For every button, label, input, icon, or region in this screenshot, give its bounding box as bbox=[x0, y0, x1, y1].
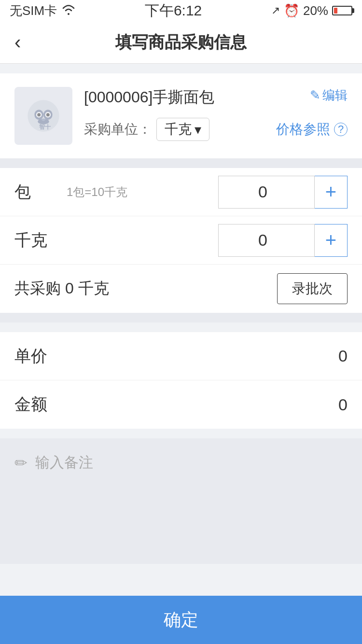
purchase-unit-label: 采购单位： bbox=[84, 120, 152, 139]
kg-plus-button[interactable]: + bbox=[315, 224, 348, 257]
price-ref-button[interactable]: 价格参照 ? bbox=[276, 120, 348, 139]
product-info: [0000006]手撕面包 采购单位： 千克 ▾ 价格参照 ? bbox=[84, 87, 348, 141]
carrier-text: 无SIM卡 bbox=[10, 2, 57, 19]
remark-section: ✏ 输入备注 bbox=[0, 438, 362, 564]
bag-input-row: 包 1包=10千克 + bbox=[0, 168, 362, 216]
purchase-unit: 采购单位： 千克 ▾ bbox=[84, 118, 209, 141]
bag-sublabel: 1包=10千克 bbox=[67, 184, 218, 200]
pencil-icon: ✏ bbox=[14, 454, 28, 472]
unit-dropdown[interactable]: 千克 ▾ bbox=[156, 118, 209, 141]
bag-label: 包 bbox=[14, 181, 63, 203]
bag-plus-button[interactable]: + bbox=[315, 176, 348, 209]
total-label: 共采购 0 千克 bbox=[14, 278, 109, 299]
product-card: 智十 [0000006]手撕面包 采购单位： 千克 ▾ 价格参照 ? ✎ 编辑 bbox=[0, 73, 362, 158]
bag-quantity-input[interactable] bbox=[218, 176, 315, 209]
back-button[interactable]: ‹ bbox=[14, 31, 43, 53]
kg-label: 千克 bbox=[14, 229, 63, 252]
unit-price-label: 单价 bbox=[14, 345, 47, 367]
chevron-down-icon: ▾ bbox=[195, 122, 201, 138]
status-left: 无SIM卡 bbox=[10, 2, 75, 19]
location-icon: ↗ bbox=[271, 4, 280, 17]
page-title: 填写商品采购信息 bbox=[43, 31, 319, 54]
total-row: 共采购 0 千克 录批次 bbox=[0, 265, 362, 313]
remark-placeholder: 输入备注 bbox=[35, 453, 93, 473]
edit-icon: ✎ bbox=[310, 88, 320, 103]
remark-input-area[interactable]: ✏ 输入备注 bbox=[14, 453, 348, 473]
section-divider-2 bbox=[0, 313, 362, 322]
price-section: 单价 0 金额 0 bbox=[0, 332, 362, 429]
amount-label: 金额 bbox=[14, 393, 47, 416]
record-batch-button[interactable]: 录批次 bbox=[277, 273, 348, 304]
input-section: 包 1包=10千克 + 千克 + bbox=[0, 168, 362, 265]
kg-input-control: + bbox=[218, 224, 348, 257]
product-name: [0000006]手撕面包 bbox=[84, 87, 348, 108]
svg-point-6 bbox=[46, 113, 50, 116]
status-time: 下午6:12 bbox=[145, 1, 202, 21]
bag-input-control: + bbox=[218, 176, 348, 209]
amount-value: 0 bbox=[338, 395, 348, 414]
kg-input-row: 千克 + bbox=[0, 216, 362, 265]
unit-price-value: 0 bbox=[338, 347, 348, 365]
product-meta: 采购单位： 千克 ▾ 价格参照 ? bbox=[84, 118, 348, 141]
battery-icon bbox=[332, 6, 352, 15]
status-right: ↗ ⏰ 20% bbox=[271, 3, 352, 18]
confirm-button[interactable]: 确定 bbox=[0, 596, 362, 644]
svg-point-5 bbox=[37, 113, 41, 116]
nav-bar: ‹ 填写商品采购信息 bbox=[0, 21, 362, 64]
unit-price-row: 单价 0 bbox=[0, 332, 362, 380]
edit-button[interactable]: ✎ 编辑 bbox=[310, 87, 348, 104]
battery-text: 20% bbox=[303, 3, 328, 18]
wifi-icon bbox=[62, 3, 75, 18]
kg-quantity-input[interactable] bbox=[218, 224, 315, 257]
alarm-icon: ⏰ bbox=[284, 3, 299, 18]
unit-value: 千克 bbox=[165, 120, 192, 139]
svg-text:智十: 智十 bbox=[39, 124, 51, 130]
section-divider-1 bbox=[0, 158, 362, 168]
status-bar: 无SIM卡 下午6:12 ↗ ⏰ 20% bbox=[0, 0, 362, 21]
product-image: 智十 bbox=[14, 87, 72, 145]
amount-row: 金额 0 bbox=[0, 380, 362, 429]
help-icon: ? bbox=[334, 123, 348, 136]
